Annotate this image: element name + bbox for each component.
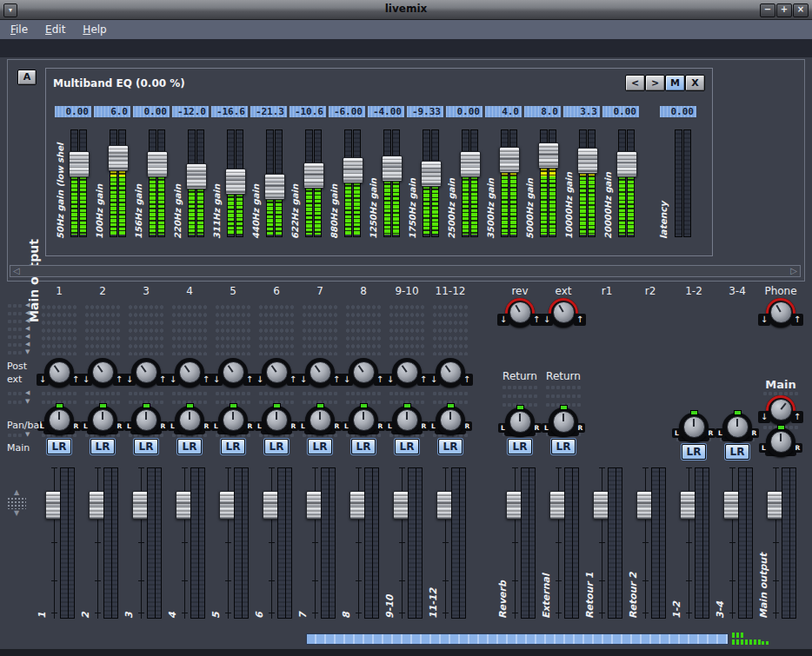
lr-button[interactable]: LR xyxy=(351,439,376,454)
pan-knob[interactable]: LR xyxy=(540,407,587,438)
latency-value-display[interactable]: 0.00 xyxy=(660,106,696,117)
post-knob[interactable]: ↓↑ xyxy=(383,357,430,388)
eq-fader-handle[interactable] xyxy=(303,162,324,189)
pan-knob[interactable]: LR xyxy=(123,405,170,436)
eq-fader-handle[interactable] xyxy=(499,147,520,173)
post-knob[interactable]: ↓↑ xyxy=(123,357,170,388)
eq-value-display[interactable]: -10.6 xyxy=(290,106,326,117)
vol-knob[interactable]: ↓↑ xyxy=(540,297,587,328)
knob-decrease-button[interactable]: ↓ xyxy=(254,374,266,386)
knob-increase-button[interactable]: ↑ xyxy=(461,374,473,386)
pan-knob[interactable]: LR xyxy=(714,412,761,443)
pan-knob[interactable]: LR xyxy=(79,405,126,436)
lr-button[interactable]: LR xyxy=(134,439,158,454)
lr-button[interactable]: LR xyxy=(551,439,576,454)
eq-fader-handle[interactable] xyxy=(343,157,363,183)
lr-button[interactable]: LR xyxy=(177,439,202,454)
post-knob[interactable]: ↓↑ xyxy=(296,357,343,388)
lr-button[interactable]: LR xyxy=(264,439,289,454)
knob-decrease-button[interactable]: ↓ xyxy=(758,411,770,423)
menu-item-help[interactable]: Help xyxy=(83,23,106,36)
eq-fader-handle[interactable] xyxy=(460,151,481,177)
lr-button[interactable]: LR xyxy=(438,439,463,454)
knob-decrease-button[interactable]: ↓ xyxy=(428,374,440,386)
eq-fader-handle[interactable] xyxy=(108,145,129,171)
post-knob[interactable]: ↓↑ xyxy=(166,357,213,388)
knob-decrease-button[interactable]: ↓ xyxy=(541,314,553,326)
eq-value-display[interactable]: -12.0 xyxy=(172,106,209,117)
eq-fader-handle[interactable] xyxy=(538,142,559,169)
pan-knob[interactable]: LR xyxy=(296,405,343,436)
eq-value-display[interactable]: -9.33 xyxy=(407,106,443,117)
eq-nav-button-m[interactable]: M xyxy=(665,75,685,91)
knob-decrease-button[interactable]: ↓ xyxy=(37,374,49,386)
close-button[interactable]: × xyxy=(793,3,809,17)
knob-decrease-button[interactable]: ↓ xyxy=(497,314,509,326)
eq-fader-handle[interactable] xyxy=(264,174,285,200)
eq-value-display[interactable]: -21.3 xyxy=(250,106,287,117)
menu-item-edit[interactable]: Edit xyxy=(45,23,65,36)
pan-knob[interactable]: LR xyxy=(383,405,430,436)
knob-decrease-button[interactable]: ↓ xyxy=(167,374,179,386)
scroll-left-icon[interactable]: ◁ xyxy=(13,266,20,276)
pan-knob[interactable]: LR xyxy=(757,427,804,458)
pan-knob[interactable]: LR xyxy=(210,405,256,436)
knob-decrease-button[interactable]: ↓ xyxy=(297,374,309,386)
lr-button[interactable]: LR xyxy=(221,439,245,454)
pan-knob[interactable]: LR xyxy=(670,412,717,443)
lr-button[interactable]: LR xyxy=(308,439,332,454)
pan-knob[interactable]: LR xyxy=(340,405,387,436)
post-knob[interactable]: ↓↑ xyxy=(79,357,126,388)
knob-increase-button[interactable]: ↑ xyxy=(791,411,803,423)
post-knob[interactable]: ↓↑ xyxy=(210,357,256,388)
eq-band-fader[interactable] xyxy=(579,129,596,237)
knob-increase-button[interactable]: ↑ xyxy=(791,314,803,326)
pan-knob[interactable]: LR xyxy=(427,405,474,436)
pan-knob[interactable]: LR xyxy=(496,407,543,438)
lr-button[interactable]: LR xyxy=(682,444,706,460)
knob-decrease-button[interactable]: ↓ xyxy=(758,314,770,326)
eq-value-display[interactable]: 8.0 xyxy=(524,106,561,117)
eq-value-display[interactable]: -16.6 xyxy=(211,106,248,117)
vol-knob[interactable]: ↓↑ xyxy=(757,297,804,328)
lr-button[interactable]: LR xyxy=(508,439,532,454)
pan-knob[interactable]: LR xyxy=(166,405,213,436)
eq-fader-handle[interactable] xyxy=(616,151,637,177)
knob-decrease-button[interactable]: ↓ xyxy=(210,374,223,386)
eq-nav-button-<[interactable]: < xyxy=(625,75,645,91)
knob-decrease-button[interactable]: ↓ xyxy=(384,374,396,386)
eq-value-display[interactable]: 3.3 xyxy=(563,106,600,117)
eq-band-fader[interactable] xyxy=(70,129,87,237)
pan-knob[interactable]: LR xyxy=(36,405,83,436)
scroll-right-icon[interactable]: ▷ xyxy=(790,266,797,276)
knob-increase-button[interactable]: ↑ xyxy=(574,314,586,326)
minimize-button[interactable]: − xyxy=(760,3,775,17)
lr-button[interactable]: LR xyxy=(395,439,419,454)
eq-fader-handle[interactable] xyxy=(186,163,207,189)
eq-fader-handle[interactable] xyxy=(421,161,442,187)
eq-fader-handle[interactable] xyxy=(69,151,90,177)
post-knob[interactable]: ↓↑ xyxy=(36,357,83,388)
eq-value-display[interactable]: 4.0 xyxy=(485,106,522,117)
post-knob[interactable]: ↓↑ xyxy=(427,357,474,388)
volmain-knob[interactable]: ↓↑ xyxy=(757,394,804,426)
drag-handle-icon[interactable]: ▲ ▼ xyxy=(7,489,26,517)
eq-fader-handle[interactable] xyxy=(577,148,598,174)
eq-band-fader[interactable] xyxy=(501,129,517,237)
eq-value-display[interactable]: 0.00 xyxy=(602,106,639,117)
eq-fader-handle[interactable] xyxy=(382,156,403,182)
eq-value-display[interactable]: 0.00 xyxy=(133,106,170,117)
a-button[interactable]: A xyxy=(17,70,37,85)
eq-fader-handle[interactable] xyxy=(147,151,168,177)
eq-h-scrollbar[interactable]: ◁ ▷ xyxy=(10,265,801,277)
knob-decrease-button[interactable]: ↓ xyxy=(80,374,92,386)
post-knob[interactable]: ↓↑ xyxy=(253,357,300,388)
eq-nav-button-x[interactable]: X xyxy=(685,75,705,91)
eq-value-display[interactable]: 6.0 xyxy=(94,106,130,117)
eq-band-fader[interactable] xyxy=(618,129,635,237)
knob-decrease-button[interactable]: ↓ xyxy=(123,374,136,386)
eq-band-fader[interactable] xyxy=(383,129,400,237)
eq-fader-handle[interactable] xyxy=(225,169,246,195)
menu-item-file[interactable]: File xyxy=(10,23,28,36)
maximize-button[interactable]: + xyxy=(776,3,792,17)
